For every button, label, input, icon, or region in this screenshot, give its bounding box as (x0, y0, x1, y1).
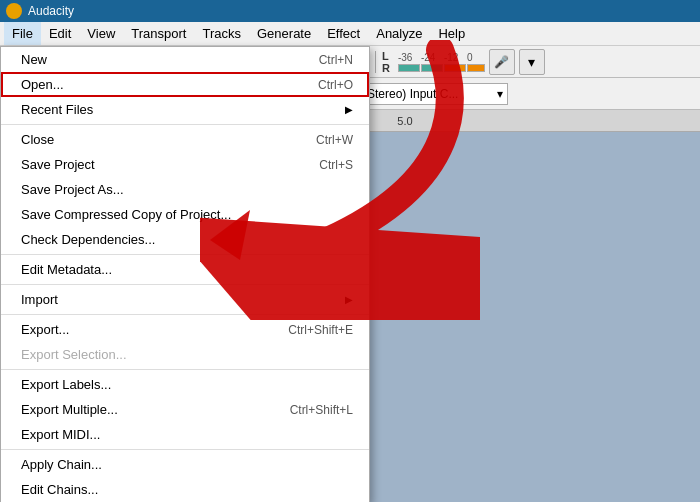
menu-view[interactable]: View (79, 22, 123, 45)
separator-c (1, 284, 369, 285)
menu-item-recent-label: Recent Files (21, 102, 93, 117)
menu-item-close-shortcut: Ctrl+W (316, 133, 353, 147)
input-channel-arrow: ▾ (497, 87, 503, 101)
btn-mic[interactable]: 🎤 (489, 49, 515, 75)
menu-analyze[interactable]: Analyze (368, 22, 430, 45)
menu-item-new-shortcut: Ctrl+N (319, 53, 353, 67)
menu-item-savecompressed-label: Save Compressed Copy of Project... (21, 207, 231, 222)
menu-item-save[interactable]: Save Project Ctrl+S (1, 152, 369, 177)
menu-item-exportsel[interactable]: Export Selection... (1, 342, 369, 367)
menu-item-checkdeps[interactable]: Check Dependencies... (1, 227, 369, 252)
menu-item-saveas[interactable]: Save Project As... (1, 177, 369, 202)
menu-item-saveas-label: Save Project As... (21, 182, 124, 197)
menu-item-import[interactable]: Import ▶ (1, 287, 369, 312)
separator-f (1, 449, 369, 450)
menu-item-exportmultiple[interactable]: Export Multiple... Ctrl+Shift+L (1, 397, 369, 422)
separator-a (1, 124, 369, 125)
menu-item-recent[interactable]: Recent Files ▶ (1, 97, 369, 122)
menu-item-exportmidi-label: Export MIDI... (21, 427, 100, 442)
menu-item-exportlabels[interactable]: Export Labels... (1, 372, 369, 397)
separator-2 (375, 51, 376, 73)
import-submenu-arrow: ▶ (345, 294, 353, 305)
menu-item-applychain-label: Apply Chain... (21, 457, 102, 472)
menu-edit[interactable]: Edit (41, 22, 79, 45)
menu-item-editchains[interactable]: Edit Chains... (1, 477, 369, 502)
menu-item-open[interactable]: Open... Ctrl+O (1, 72, 369, 97)
menu-item-exportmultiple-shortcut: Ctrl+Shift+L (290, 403, 353, 417)
menu-generate[interactable]: Generate (249, 22, 319, 45)
ruler-mark-5: 5.0 (360, 115, 450, 127)
menu-tracks[interactable]: Tracks (194, 22, 249, 45)
menu-item-editmeta[interactable]: Edit Metadata... (1, 257, 369, 282)
title-bar: Audacity (0, 0, 700, 22)
menu-item-exportmidi[interactable]: Export MIDI... (1, 422, 369, 447)
title-bar-text: Audacity (28, 4, 74, 18)
menu-item-close-label: Close (21, 132, 54, 147)
menu-item-new[interactable]: New Ctrl+N (1, 47, 369, 72)
separator-e (1, 369, 369, 370)
menu-item-exportlabels-label: Export Labels... (21, 377, 111, 392)
menu-item-editchains-label: Edit Chains... (21, 482, 98, 497)
input-channel-dropdown[interactable]: 2 (Stereo) Input C... ▾ (348, 83, 508, 105)
menu-item-export-shortcut: Ctrl+Shift+E (288, 323, 353, 337)
menu-item-exportmultiple-label: Export Multiple... (21, 402, 118, 417)
menu-item-savecompressed[interactable]: Save Compressed Copy of Project... (1, 202, 369, 227)
separator-d (1, 314, 369, 315)
menu-transport[interactable]: Transport (123, 22, 194, 45)
menu-item-export[interactable]: Export... Ctrl+Shift+E (1, 317, 369, 342)
menu-help[interactable]: Help (430, 22, 473, 45)
menu-item-close[interactable]: Close Ctrl+W (1, 127, 369, 152)
menu-item-save-shortcut: Ctrl+S (319, 158, 353, 172)
btn-settings[interactable]: ▾ (519, 49, 545, 75)
menu-item-exportsel-label: Export Selection... (21, 347, 127, 362)
menu-item-open-shortcut: Ctrl+O (318, 78, 353, 92)
menu-item-applychain[interactable]: Apply Chain... (1, 452, 369, 477)
menu-effect[interactable]: Effect (319, 22, 368, 45)
menu-file[interactable]: File (4, 22, 41, 45)
menu-bar: File Edit View Transport Tracks Generate… (0, 22, 700, 46)
level-meter: -36 -24 -12 0 (398, 52, 485, 72)
menu-item-checkdeps-label: Check Dependencies... (21, 232, 155, 247)
file-dropdown-menu: New Ctrl+N Open... Ctrl+O Recent Files ▶… (0, 46, 370, 502)
app-icon (6, 3, 22, 19)
menu-item-new-label: New (21, 52, 47, 67)
lr-label: LR (382, 50, 390, 74)
menu-item-open-label: Open... (21, 77, 64, 92)
menu-item-export-label: Export... (21, 322, 69, 337)
menu-item-save-label: Save Project (21, 157, 95, 172)
menu-item-import-label: Import (21, 292, 58, 307)
separator-b (1, 254, 369, 255)
menu-item-editmeta-label: Edit Metadata... (21, 262, 112, 277)
recent-submenu-arrow: ▶ (345, 104, 353, 115)
